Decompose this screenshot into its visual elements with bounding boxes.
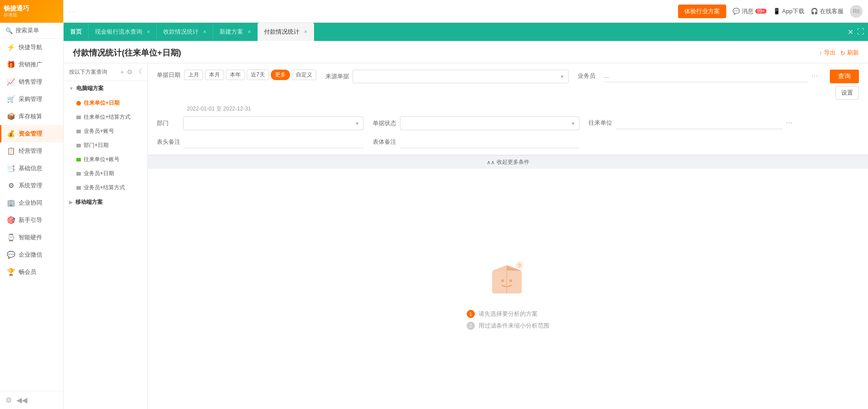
sidebar-item-label: 智能硬件 (19, 233, 42, 242)
topbar: · · · 体验行业方案 💬 消息 99+ 📱 App下载 🎧 在线客服 Rit (64, 0, 868, 23)
scheme-panel-title: 按以下方案查询 (69, 68, 107, 76)
filter-source-select[interactable]: ▼ (353, 70, 569, 83)
sidebar-item-marketing[interactable]: 🎁 营销推广 (0, 56, 63, 73)
tab-home[interactable]: 首页 (64, 23, 89, 41)
tab-cash-bank-close[interactable]: × (147, 29, 150, 35)
sidebar-item-purchase[interactable]: 🛒 采购管理 (0, 91, 63, 108)
hardware-icon: ⌚ (7, 233, 15, 242)
tab-payment-stats[interactable]: 付款情况统计 × (258, 23, 314, 41)
tab-new-plan[interactable]: 新建方案 × (213, 23, 258, 41)
empty-tip-1-text: 请先选择要分析的方案 (479, 310, 538, 318)
inventory-icon: 📦 (7, 112, 15, 121)
scheme-collapse-icon[interactable]: 《 (135, 68, 142, 76)
scheme-panel-icons: + ⚙ 《 (120, 68, 142, 76)
sidebar-item-sales[interactable]: 📈 销售管理 (0, 73, 63, 91)
fullscreen-button[interactable]: ⛶ (857, 28, 864, 36)
select-arrow-icon: ▼ (560, 74, 564, 79)
export-button[interactable]: ↑ 导出 (819, 49, 836, 57)
tab-receipt-close[interactable]: × (203, 29, 206, 35)
close-all-tabs-button[interactable]: ✕ (848, 28, 853, 36)
sidebar-search[interactable]: 🔍 搜索菜单 (0, 23, 63, 39)
sidebar-item-hardware[interactable]: ⌚ 智能硬件 (0, 229, 63, 246)
tab-receipt-stats[interactable]: 收款情况统计 × (157, 23, 213, 41)
message-action[interactable]: 💬 消息 99+ (733, 7, 767, 15)
scheme-item-staff-account[interactable]: 业务员+账号 (64, 124, 147, 138)
sidebar-item-member[interactable]: 🏆 畅会员 (0, 263, 63, 281)
filter-voucher-status-select[interactable]: ▼ (400, 116, 579, 130)
refresh-icon: ↻ (840, 50, 845, 56)
sidebar-item-basic-info[interactable]: 📑 基础信息 (0, 160, 63, 177)
scheme-active-indicator (76, 101, 81, 106)
date-btn-custom[interactable]: 自定义 (292, 70, 316, 80)
filter-staff-input[interactable] (604, 70, 808, 82)
scheme-item-unit-date[interactable]: 往来单位+日期 (64, 96, 147, 110)
scheme-item-staff-date[interactable]: 业务员+日期 (64, 167, 147, 181)
collapse-bar[interactable]: ∧∧ 收起更多条件 (148, 155, 868, 169)
sidebar-item-enterprise[interactable]: 🏢 企业协同 (0, 194, 63, 212)
system-icon: ⚙ (7, 182, 15, 190)
sidebar-item-operations[interactable]: 📋 经营管理 (0, 142, 63, 160)
collapse-sidebar-icon[interactable]: ◀◀ (16, 396, 27, 404)
date-btn-this-year[interactable]: 本年 (226, 70, 245, 80)
svg-point-4 (501, 279, 504, 282)
content-area: 按以下方案查询 + ⚙ 《 ▼ 电脑端方案 往来单位+日期 (64, 63, 868, 409)
empty-box-svg: ? (481, 248, 535, 303)
user-avatar[interactable]: Rit (850, 5, 863, 18)
settings-footer-icon[interactable]: ⚙ (5, 396, 12, 404)
query-button[interactable]: 查询 (830, 70, 859, 83)
tab-payment-stats-label: 付款情况统计 (264, 28, 299, 36)
tab-bar: 首页 现金银行流水查询 × 收款情况统计 × 新建方案 × 付款情况统计 × ✕… (64, 23, 868, 41)
date-btn-this-month[interactable]: 本月 (205, 70, 224, 80)
scheme-item-dept-date[interactable]: 部门+日期 (64, 138, 147, 152)
filter-settings-button[interactable]: 设置 (835, 86, 859, 100)
online-service-action[interactable]: 🎧 在线客服 (811, 7, 843, 15)
sidebar-item-capital[interactable]: 💰 资金管理 (0, 125, 63, 142)
svg-text:?: ? (518, 263, 521, 268)
scheme-item-unit-settle[interactable]: 往来单位+结算方式 (64, 110, 147, 124)
filter-unit-dots[interactable]: ··· (786, 119, 795, 127)
sidebar-item-label: 经营管理 (19, 147, 42, 155)
export-icon: ↑ (819, 50, 823, 56)
filter-table-body-note-input[interactable] (400, 136, 579, 148)
scheme-item-unit-account[interactable]: 往来单位+账号 (64, 152, 147, 167)
filter-table-header-note-label: 表头备注 (157, 138, 180, 146)
search-icon: 🔍 (5, 27, 13, 34)
filter-unit-input[interactable] (616, 116, 783, 129)
tab-payment-stats-close[interactable]: × (304, 29, 307, 35)
sidebar-item-weixin[interactable]: 💬 企业微信 (0, 246, 63, 263)
sidebar-item-guide[interactable]: 🎯 新手引导 (0, 212, 63, 229)
scheme-table-indicator (76, 116, 81, 119)
empty-tip-1: 1 请先选择要分析的方案 (467, 310, 549, 318)
tip-num-2: 2 (467, 322, 475, 330)
tab-new-plan-close[interactable]: × (248, 29, 251, 35)
date-btn-last-month[interactable]: 上月 (184, 70, 203, 80)
collapse-chevron-icon: ∧∧ (487, 159, 495, 166)
date-range-text: 2022-01-01 至 2022-12-31 (187, 106, 251, 112)
filter-dept-select[interactable]: ▼ (183, 116, 364, 130)
filter-staff-dots[interactable]: ··· (812, 72, 821, 80)
chevron-right-icon: ▶ (69, 200, 73, 205)
try-plan-button[interactable]: 体验行业方案 (678, 5, 726, 18)
scheme-desktop-category[interactable]: ▼ 电脑端方案 (64, 81, 147, 96)
scheme-add-icon[interactable]: + (120, 68, 124, 76)
scheme-item-staff-settle[interactable]: 业务员+结算方式 (64, 181, 147, 195)
sidebar-item-system[interactable]: ⚙ 系统管理 (0, 177, 63, 194)
refresh-button[interactable]: ↻ 刷新 (840, 49, 859, 57)
scheme-mobile-category[interactable]: ▶ 移动端方案 (64, 195, 147, 210)
sidebar-item-quick-nav[interactable]: ⚡ 快捷导航 (0, 39, 63, 56)
topbar-breadcrumb: · · · (69, 8, 673, 15)
sidebar-footer: ⚙ ◀◀ (0, 391, 63, 409)
svg-point-5 (509, 279, 512, 282)
filter-item-dept: 部门 ▼ (157, 116, 364, 130)
date-btn-7days[interactable]: 近7天 (247, 70, 269, 80)
date-btn-more[interactable]: 更多 (271, 70, 290, 80)
tab-home-label: 首页 (70, 28, 82, 36)
filter-unit-label: 往来单位 (589, 119, 612, 127)
tab-cash-bank[interactable]: 现金银行流水查询 × (89, 23, 157, 41)
sidebar-item-inventory[interactable]: 📦 库存核算 (0, 108, 63, 125)
filter-table-header-note-input[interactable] (184, 136, 364, 148)
message-label: 消息 (742, 7, 753, 15)
app-download-action[interactable]: 📱 App下载 (773, 7, 804, 15)
scheme-settings-icon[interactable]: ⚙ (127, 68, 133, 76)
filter-item-table-header-note: 表头备注 (157, 136, 364, 148)
